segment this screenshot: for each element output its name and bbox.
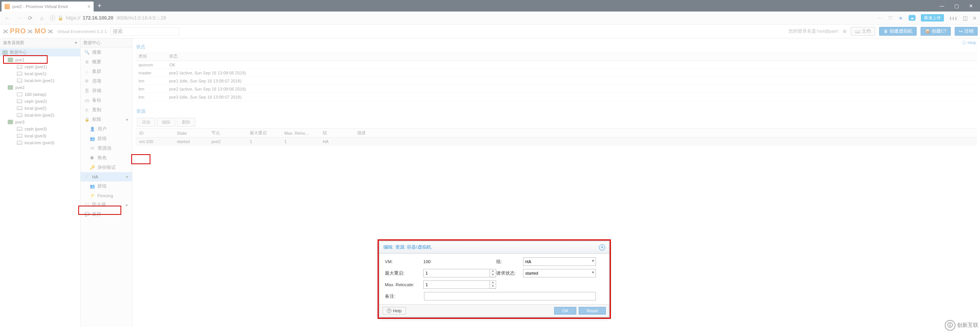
- nav-item[interactable]: ⛬集群: [81, 67, 132, 76]
- logout-button[interactable]: ↪ 注销: [955, 27, 978, 36]
- nav-item[interactable]: ≣概要: [81, 57, 132, 67]
- group-label: 组:: [496, 259, 523, 265]
- table-row[interactable]: vm:100startedpve211HA: [135, 138, 977, 146]
- library-icon[interactable]: ⫾⫾⫾: [949, 15, 957, 21]
- max-relocate-input[interactable]: ▲▼: [423, 280, 496, 289]
- spin-up-icon[interactable]: ▲: [490, 281, 496, 285]
- tree-storage[interactable]: ceph (pve1): [0, 63, 80, 70]
- edit-resource-dialog-wrap: 编辑: 资源: 容器/虚拟机 ✕ VM: 100 组: 最大重启: ▲▼ 请求状…: [379, 241, 609, 317]
- add-button[interactable]: 添加: [137, 118, 155, 127]
- tab-close-icon[interactable]: ×: [87, 3, 91, 10]
- tree-storage[interactable]: ceph (pve3): [0, 125, 80, 132]
- nav-sub-item[interactable]: 🔑身份验证: [81, 163, 132, 172]
- tree-node[interactable]: pve1: [0, 56, 80, 63]
- table-row: lrmpve2 (active, Sun Sep 16 13:08:06 201…: [135, 85, 977, 93]
- col-header[interactable]: 描述: [354, 129, 977, 138]
- nav-sub-item[interactable]: 👤用户: [81, 124, 132, 134]
- menu-icon[interactable]: ≡: [973, 15, 976, 21]
- proxmox-header: ✕ PRO✕MO✕ Virtual Environment 5.2-1 您的登录…: [0, 25, 980, 38]
- tree-storage[interactable]: local (pve3): [0, 132, 80, 139]
- nav-sub-item[interactable]: ⬢角色: [81, 153, 132, 163]
- nav-item[interactable]: 🔍搜索: [81, 48, 132, 57]
- edit-button[interactable]: 编辑: [157, 118, 175, 127]
- new-tab-button[interactable]: +: [94, 2, 106, 10]
- favorite-icon[interactable]: ♡: [888, 15, 893, 21]
- back-icon[interactable]: ←: [4, 15, 11, 21]
- nav-sub-item[interactable]: ⛁资源池: [81, 143, 132, 153]
- ok-button[interactable]: OK: [554, 307, 576, 315]
- tree-storage[interactable]: ceph (pve2): [0, 98, 80, 105]
- doc-button[interactable]: 📖 文档: [851, 27, 875, 36]
- col-header[interactable]: Max. Reloc...: [281, 129, 320, 138]
- create-vm-button[interactable]: 🖥 创建虚拟机: [879, 27, 917, 36]
- help-link[interactable]: ⓘ Help: [962, 40, 976, 46]
- col-header[interactable]: State: [174, 129, 208, 138]
- nav-icon: 👤: [90, 127, 94, 132]
- global-search-input[interactable]: [110, 27, 179, 36]
- forward-icon[interactable]: →: [15, 15, 22, 21]
- maximize-icon[interactable]: ▢: [954, 3, 959, 9]
- spin-down-icon[interactable]: ▼: [490, 285, 496, 288]
- create-ct-button[interactable]: 📦 创建CT: [921, 27, 951, 36]
- more-icon[interactable]: ⋯: [877, 15, 883, 21]
- tree-node[interactable]: pve2: [0, 84, 80, 91]
- nav-item-ha[interactable]: ♡HA▾: [81, 172, 132, 181]
- chevron-down-icon: ▾: [126, 117, 128, 122]
- spin-down-icon[interactable]: ▼: [490, 273, 496, 277]
- storage-icon: [17, 113, 22, 117]
- close-window-icon[interactable]: ✕: [969, 3, 973, 9]
- browser-tab[interactable]: pve2 - Proxmox Virtual Envir ×: [2, 2, 94, 12]
- reload-icon[interactable]: ⟳: [27, 15, 34, 21]
- server-view-title[interactable]: 服务器视图 ▾: [0, 38, 80, 48]
- group-select[interactable]: [523, 257, 596, 266]
- nav-icon: ⬢: [90, 155, 94, 160]
- col-header[interactable]: ID: [135, 129, 174, 138]
- chevron-down-icon: ▾: [126, 174, 128, 180]
- gear-icon[interactable]: ⚙: [843, 29, 847, 34]
- col-header[interactable]: 最大重启: [247, 129, 281, 138]
- dialog-title: 编辑: 资源: 容器/虚拟机: [383, 244, 431, 251]
- dialog-close-icon[interactable]: ✕: [599, 244, 605, 251]
- home-icon[interactable]: ⌂: [38, 15, 45, 21]
- note-input[interactable]: [424, 292, 596, 300]
- nav-item[interactable]: 🗃备份: [81, 96, 132, 105]
- col-header[interactable]: 节点: [208, 129, 247, 138]
- window-controls: — ▢ ✕: [939, 3, 980, 9]
- spin-up-icon[interactable]: ▲: [490, 269, 496, 273]
- tree-storage[interactable]: local-lvm (pve1): [0, 77, 80, 84]
- nav-icon: ⎘: [84, 108, 89, 112]
- nav-item[interactable]: 💬支持: [81, 209, 132, 219]
- dialog-header[interactable]: 编辑: 资源: 容器/虚拟机 ✕: [379, 241, 609, 254]
- nav-sub-item[interactable]: 👥群组: [81, 134, 132, 143]
- tree-storage[interactable]: local (pve2): [0, 105, 80, 112]
- nav-item[interactable]: 🗄存储: [81, 86, 132, 96]
- tree-node[interactable]: pve3: [0, 119, 80, 125]
- tree-storage[interactable]: local (pve1): [0, 70, 80, 77]
- tree-root-datacenter[interactable]: 数据中心: [0, 48, 80, 56]
- tree-vm[interactable]: 100 (winxp): [0, 91, 80, 98]
- reset-button[interactable]: Reset: [579, 307, 606, 315]
- url-bar[interactable]: i 🔒 https://172.16.100.20:8006/#v1:0:18:…: [50, 15, 873, 21]
- dialog-help-button[interactable]: ?Help: [383, 307, 406, 315]
- col-header[interactable]: 组: [320, 129, 354, 138]
- remove-button[interactable]: 删除: [177, 118, 195, 127]
- tree-storage[interactable]: local-lvm (pve2): [0, 112, 80, 119]
- nav-item[interactable]: ⎘复制: [81, 105, 132, 115]
- nav-sub-item[interactable]: ⚡Fencing: [81, 191, 132, 200]
- max-restart-input[interactable]: ▲▼: [423, 269, 496, 277]
- request-state-select[interactable]: [523, 269, 596, 277]
- tree-storage[interactable]: local-lvm (pve3): [0, 139, 80, 146]
- site-info-icon[interactable]: i: [50, 15, 55, 21]
- chevron-down-icon[interactable]: ▾: [75, 40, 77, 45]
- cloud-icon[interactable]: ☁: [909, 15, 916, 21]
- table-row: lrmpve3 (idle, Sun Sep 16 13:08:07 2018): [135, 93, 977, 101]
- sidebar-icon[interactable]: ◫: [963, 15, 968, 21]
- minimize-icon[interactable]: —: [939, 3, 944, 9]
- nav-sub-item[interactable]: 👥群组: [81, 181, 132, 191]
- storage-icon: [17, 134, 22, 138]
- bookmark-icon[interactable]: ★: [898, 15, 903, 21]
- nav-item[interactable]: 🛡防火墙▸: [81, 200, 132, 209]
- nav-item[interactable]: ⚙选项: [81, 76, 132, 86]
- upload-badge[interactable]: 极速上传: [921, 14, 944, 21]
- nav-item[interactable]: 🔒权限▾: [81, 115, 132, 124]
